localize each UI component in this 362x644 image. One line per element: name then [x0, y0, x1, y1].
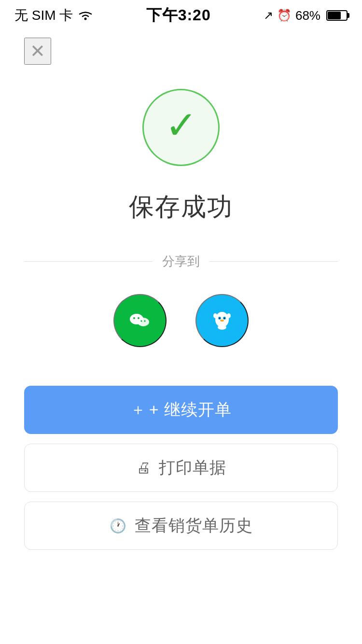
print-icon: 🖨: [136, 460, 151, 476]
svg-point-14: [213, 313, 217, 318]
checkmark-icon: ✓: [165, 106, 197, 145]
close-icon: ✕: [30, 42, 45, 60]
svg-point-6: [144, 320, 145, 322]
svg-point-11: [219, 318, 221, 319]
success-title: 保存成功: [129, 190, 233, 224]
svg-point-8: [218, 325, 226, 330]
share-divider: 分享到: [24, 253, 338, 270]
svg-point-4: [138, 317, 139, 319]
svg-point-3: [133, 317, 135, 319]
svg-point-0: [84, 18, 87, 20]
share-label: 分享到: [162, 253, 200, 270]
qq-icon: [208, 306, 237, 335]
wechat-share-button[interactable]: [113, 294, 167, 347]
continue-icon: ＋: [130, 399, 146, 420]
qq-share-button[interactable]: [195, 294, 249, 347]
main-content: ✓ 保存成功 分享到: [0, 31, 362, 550]
status-bar: 无 SIM 卡 下午3:20 ↗ ⏰ 68%: [0, 0, 362, 31]
divider-right: [209, 261, 338, 262]
svg-point-13: [220, 320, 224, 322]
share-icons: [113, 294, 249, 347]
alarm-icon: ⏰: [277, 9, 292, 22]
divider-left: [24, 261, 153, 262]
status-left: 无 SIM 卡: [14, 6, 93, 25]
continue-order-button[interactable]: ＋ + 继续开单: [24, 386, 338, 434]
status-right: ↗ ⏰ 68%: [264, 8, 348, 23]
continue-label: + 继续开单: [149, 399, 232, 421]
history-button[interactable]: 🕐 查看销货单历史: [24, 502, 338, 550]
status-time: 下午3:20: [146, 5, 211, 26]
history-label: 查看销货单历史: [135, 515, 253, 537]
svg-point-2: [138, 318, 149, 326]
battery-text: 68%: [295, 8, 320, 23]
history-icon: 🕐: [110, 518, 127, 534]
location-icon: ↗: [264, 9, 273, 22]
action-buttons: ＋ + 继续开单 🖨 打印单据 🕐 查看销货单历史: [24, 386, 338, 550]
close-button[interactable]: ✕: [24, 38, 51, 65]
success-circle: ✓: [142, 89, 220, 166]
battery-icon: [326, 10, 348, 21]
svg-point-15: [227, 313, 231, 318]
wechat-icon: [125, 306, 154, 335]
print-button[interactable]: 🖨 打印单据: [24, 444, 338, 492]
print-label: 打印单据: [159, 457, 226, 479]
carrier-text: 无 SIM 卡: [14, 6, 73, 25]
svg-point-12: [224, 318, 225, 319]
svg-point-5: [140, 320, 142, 322]
wifi-icon: [78, 10, 93, 21]
